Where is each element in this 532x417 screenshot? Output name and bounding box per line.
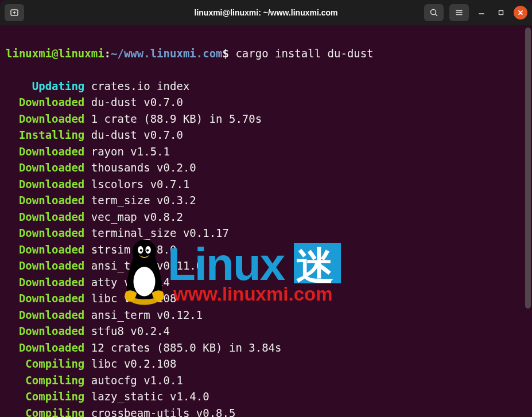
status-word: Downloaded <box>19 227 84 239</box>
output-line: Compiling libc v0.2.108 <box>6 356 526 372</box>
status-message: ansi_term v0.11.0 <box>91 259 203 272</box>
output-line: Downloaded stfu8 v0.2.4 <box>6 323 526 340</box>
output-line: Compiling crossbeam-utils v0.8.5 <box>6 405 526 418</box>
status-word: Downloaded <box>19 211 84 223</box>
status-message: 1 crate (88.9 KB) in 5.70s <box>91 112 262 125</box>
status-word: Downloaded <box>19 325 84 337</box>
minimize-icon <box>478 9 485 16</box>
status-word: Updating <box>32 80 85 92</box>
status-word: Downloaded <box>19 96 84 108</box>
titlebar: linuxmi@linuxmi: ~/www.linuxmi.com <box>0 0 532 25</box>
menu-button[interactable] <box>449 4 469 21</box>
status-word: Compiling <box>25 407 84 418</box>
prompt-user: linuxmi@linuxmi <box>6 47 104 60</box>
status-message: lazy_static v1.4.0 <box>91 390 209 403</box>
command-text: cargo install du-dust <box>235 47 373 60</box>
status-message: vec_map v0.8.2 <box>91 211 183 223</box>
status-message: term_size v0.3.2 <box>91 194 196 206</box>
status-message: terminal_size v0.1.17 <box>91 227 229 239</box>
output-line: Installing du-dust v0.7.0 <box>6 127 526 143</box>
status-message: strsim v0.8.0 <box>91 243 177 256</box>
prompt-dollar: $ <box>223 47 229 60</box>
output-line: Downloaded vec_map v0.8.2 <box>6 209 526 225</box>
status-word: Downloaded <box>19 178 84 190</box>
output-line: Downloaded terminal_size v0.1.17 <box>6 225 526 241</box>
status-message: crossbeam-utils v0.8.5 <box>91 407 236 418</box>
terminal-body[interactable]: linuxmi@linuxmi:~/www.linuxmi.com$ cargo… <box>0 25 532 417</box>
svg-rect-2 <box>499 11 503 15</box>
status-message: lscolors v0.7.1 <box>91 178 190 190</box>
status-word: Downloaded <box>19 145 84 158</box>
maximize-button[interactable] <box>494 6 508 20</box>
search-icon <box>429 8 438 17</box>
prompt-path: ~/www.linuxmi.com <box>111 47 222 60</box>
maximize-icon <box>498 9 504 16</box>
status-word: Downloaded <box>19 243 84 256</box>
status-word: Downloaded <box>19 276 84 289</box>
status-message: ansi_term v0.12.1 <box>91 309 203 321</box>
status-message: rayon v1.5.1 <box>91 145 170 158</box>
status-word: Downloaded <box>19 112 84 125</box>
status-message: libc v0.2.108 <box>91 292 177 305</box>
status-message: stfu8 v0.2.4 <box>91 325 170 337</box>
status-message: atty v0.2.14 <box>91 276 170 289</box>
hamburger-icon <box>455 8 464 17</box>
titlebar-left <box>5 4 24 21</box>
output-line: Updating crates.io index <box>6 78 526 95</box>
output-line: Downloaded term_size v0.3.2 <box>6 192 526 209</box>
status-message: thousands v0.2.0 <box>91 161 196 174</box>
output-line: Compiling autocfg v1.0.1 <box>6 372 526 389</box>
output-line: Downloaded ansi_term v0.12.1 <box>6 307 526 324</box>
status-word: Downloaded <box>19 309 84 321</box>
status-word: Compiling <box>25 374 84 387</box>
status-message: crates.io index <box>91 80 190 92</box>
output-line: Downloaded 12 crates (885.0 KB) in 3.84s <box>6 340 526 356</box>
output-line: Downloaded libc v0.2.108 <box>6 290 526 307</box>
output-line: Downloaded lscolors v0.7.1 <box>6 176 526 193</box>
prompt-line: linuxmi@linuxmi:~/www.linuxmi.com$ cargo… <box>6 45 526 62</box>
status-word: Compiling <box>25 390 84 403</box>
status-word: Downloaded <box>19 161 84 174</box>
status-word: Downloaded <box>19 292 84 305</box>
status-word: Compiling <box>25 357 84 370</box>
status-message: du-dust v0.7.0 <box>91 96 183 108</box>
status-word: Downloaded <box>19 259 84 272</box>
output-line: Downloaded strsim v0.8.0 <box>6 241 526 258</box>
new-tab-button[interactable] <box>5 4 24 21</box>
output-line: Downloaded 1 crate (88.9 KB) in 5.70s <box>6 111 526 127</box>
titlebar-right <box>424 4 527 21</box>
search-button[interactable] <box>424 4 444 21</box>
status-message: autocfg v1.0.1 <box>91 374 183 387</box>
status-message: 12 crates (885.0 KB) in 3.84s <box>91 341 282 354</box>
close-button[interactable] <box>514 6 527 20</box>
status-word: Installing <box>19 128 84 141</box>
output-line: Downloaded ansi_term v0.11.0 <box>6 258 526 274</box>
status-message: du-dust v0.7.0 <box>91 128 183 141</box>
scrollbar-thumb[interactable] <box>525 28 531 309</box>
output-line: Downloaded thousands v0.2.0 <box>6 159 526 176</box>
output-line: Downloaded atty v0.2.14 <box>6 274 526 291</box>
output-line: Compiling lazy_static v1.4.0 <box>6 388 526 405</box>
output-line: Downloaded du-dust v0.7.0 <box>6 94 526 111</box>
status-message: libc v0.2.108 <box>91 357 177 370</box>
output-line: Downloaded rayon v1.5.1 <box>6 143 526 160</box>
status-word: Downloaded <box>19 341 84 354</box>
window-title: linuxmi@linuxmi: ~/www.linuxmi.com <box>194 8 337 17</box>
status-word: Downloaded <box>19 194 84 206</box>
close-icon <box>517 9 524 16</box>
minimize-button[interactable] <box>475 6 488 20</box>
